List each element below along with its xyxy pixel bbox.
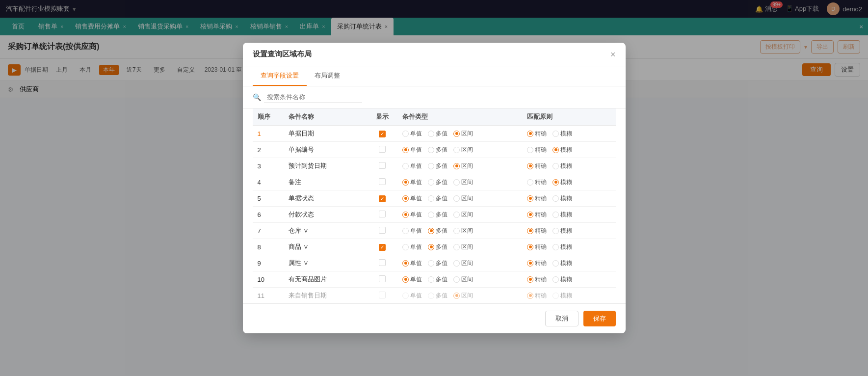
search-input[interactable]: [264, 91, 362, 98]
dialog-tabs: 查询字段设置 布局调整: [243, 66, 626, 86]
dialog-close-button[interactable]: ×: [610, 50, 616, 59]
modal-overlay: 设置查询区域布局 × 查询字段设置 布局调整 🔍 顺序 条件名称: [0, 0, 868, 98]
search-icon: 🔍: [253, 93, 261, 98]
dialog-title: 设置查询区域布局: [253, 50, 312, 59]
tab-layout-adjust[interactable]: 布局调整: [307, 66, 348, 86]
tab-query-fields[interactable]: 查询字段设置: [253, 66, 307, 86]
settings-dialog: 设置查询区域布局 × 查询字段设置 布局调整 🔍 顺序 条件名称: [243, 43, 626, 98]
search-box: 🔍: [243, 86, 626, 98]
dialog-header: 设置查询区域布局 ×: [243, 43, 626, 66]
